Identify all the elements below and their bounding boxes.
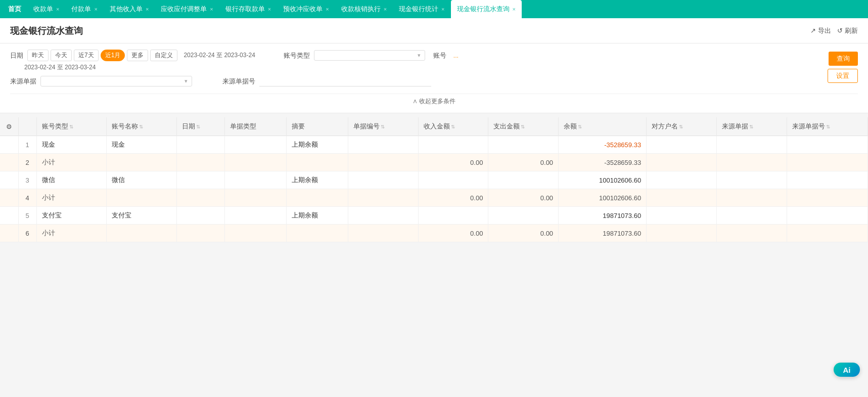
row-balance: 100102606.60 [559, 189, 647, 207]
row-date [176, 171, 224, 189]
date-btn-1month[interactable]: 近1月 [101, 50, 125, 61]
row-source-doc-no [787, 189, 867, 207]
nav-tab-verify[interactable]: 收款核销执行 × [335, 0, 393, 18]
source-doc-no-filter-group: 来源单据号 [222, 76, 431, 86]
date-filter-group: 日期 昨天 今天 近7天 近1月 更多 自定义 2023-02-24 至 202… [10, 50, 255, 61]
chevron-down-icon: ▾ [185, 78, 188, 84]
date-btn-custom[interactable]: 自定义 [150, 50, 177, 61]
table-row: 4 小计 0.00 0.00 100102606.60 [0, 189, 868, 207]
table-row: 3 微信 微信 上期余额 100102606.60 [0, 171, 868, 189]
row-number: 6 [18, 225, 36, 242]
row-counterpart [647, 225, 717, 242]
date-btn-yesterday[interactable]: 昨天 [27, 50, 49, 61]
row-source-doc-no [787, 207, 867, 225]
account-type-select[interactable]: ▾ [314, 50, 425, 61]
row-date [176, 189, 224, 207]
nav-home[interactable]: 首页 [2, 0, 27, 18]
row-counterpart [647, 136, 717, 154]
data-table-container: ⚙ 账号类型⇅ 账号名称⇅ 日期⇅ 单据类型 摘要 单据编号⇅ 收入金额⇅ 支出… [0, 117, 868, 242]
row-number: 3 [18, 171, 36, 189]
column-source-doc[interactable]: 来源单据⇅ [716, 117, 787, 136]
row-doc-no [348, 154, 419, 171]
column-account-type[interactable]: 账号类型⇅ [36, 117, 107, 136]
row-number: 1 [18, 136, 36, 154]
nav-tab-bank-deposit[interactable]: 银行存取款单 × [219, 0, 277, 18]
nav-tab-cash-flow[interactable]: 现金银行流水查询 × [451, 0, 522, 18]
row-balance: 100102606.60 [559, 171, 647, 189]
column-income[interactable]: 收入金额⇅ [418, 117, 488, 136]
column-source-doc-no[interactable]: 来源单据号⇅ [787, 117, 867, 136]
column-account-name[interactable]: 账号名称⇅ [107, 117, 177, 136]
close-icon[interactable]: × [210, 6, 213, 12]
close-icon[interactable]: × [441, 6, 444, 12]
row-doc-no [348, 171, 419, 189]
row-expense [488, 207, 559, 225]
nav-tab-adjustment[interactable]: 应收应付调整单 × [155, 0, 219, 18]
row-doc-no [348, 189, 419, 207]
row-summary [287, 154, 348, 171]
close-icon[interactable]: × [56, 6, 59, 12]
column-gear[interactable]: ⚙ [0, 117, 18, 136]
row-income: 0.00 [418, 225, 488, 242]
nav-tab-fukuan[interactable]: 付款单 × [65, 0, 103, 18]
close-icon[interactable]: × [326, 6, 329, 12]
table-header-row: ⚙ 账号类型⇅ 账号名称⇅ 日期⇅ 单据类型 摘要 单据编号⇅ 收入金额⇅ 支出… [0, 117, 868, 136]
source-doc-filter-row: 来源单据 ▾ 来源单据号 [10, 76, 819, 86]
column-doc-no[interactable]: 单据编号⇅ [348, 117, 419, 136]
row-gear-cell [0, 225, 18, 242]
close-icon[interactable]: × [384, 6, 387, 12]
column-date[interactable]: 日期⇅ [176, 117, 224, 136]
account-more-button[interactable]: ... [450, 51, 462, 60]
row-counterpart [647, 207, 717, 225]
close-icon[interactable]: × [268, 6, 271, 12]
page-title: 现金银行流水查询 [10, 25, 83, 37]
source-doc-filter-group: 来源单据 ▾ [10, 76, 192, 86]
row-expense: 0.00 [488, 154, 559, 171]
date-btn-7days[interactable]: 近7天 [74, 50, 99, 61]
filter-area: 日期 昨天 今天 近7天 近1月 更多 自定义 2023-02-24 至 202… [0, 43, 868, 113]
row-account-type: 小计 [36, 225, 107, 242]
row-source-doc-no [787, 171, 867, 189]
date-btn-more[interactable]: 更多 [127, 50, 148, 61]
row-doc-type [225, 171, 287, 189]
close-icon[interactable]: × [94, 6, 97, 12]
row-source-doc-no [787, 225, 867, 242]
column-balance[interactable]: 余额⇅ [559, 117, 647, 136]
row-income [418, 171, 488, 189]
row-account-type: 现金 [36, 136, 107, 154]
row-counterpart [647, 189, 717, 207]
row-expense: 0.00 [488, 225, 559, 242]
query-button[interactable]: 查询 [829, 52, 858, 66]
source-doc-select[interactable]: ▾ [40, 76, 192, 86]
nav-tab-cash-stats[interactable]: 现金银行统计 × [393, 0, 450, 18]
date-options: 昨天 今天 近7天 近1月 更多 自定义 [27, 50, 177, 61]
row-doc-no [348, 225, 419, 242]
table-row: 1 现金 现金 上期余额 -3528659.33 [0, 136, 868, 154]
nav-tab-shoukuan[interactable]: 收款单 × [27, 0, 65, 18]
row-number: 4 [18, 189, 36, 207]
settings-button[interactable]: 设置 [828, 69, 858, 83]
export-button[interactable]: ↗ 导出 [810, 26, 831, 35]
column-expense[interactable]: 支出金额⇅ [488, 117, 559, 136]
row-source-doc [716, 189, 787, 207]
row-expense [488, 136, 559, 154]
row-gear-cell [0, 136, 18, 154]
date-btn-today[interactable]: 今天 [51, 50, 72, 61]
close-icon[interactable]: × [513, 6, 516, 12]
nav-tab-prepay[interactable]: 预收冲应收单 × [277, 0, 335, 18]
date-range-sub: 2023-02-24 至 2023-03-24 [24, 64, 96, 71]
export-icon: ↗ [810, 27, 816, 34]
close-icon[interactable]: × [146, 6, 149, 12]
row-account-name [107, 189, 177, 207]
source-doc-no-input[interactable] [259, 76, 431, 86]
column-summary: 摘要 [287, 117, 348, 136]
row-source-doc-no [787, 154, 867, 171]
nav-tab-other-income[interactable]: 其他收入单 × [104, 0, 155, 18]
row-expense: 0.00 [488, 189, 559, 207]
refresh-button[interactable]: ↺ 刷新 [837, 26, 858, 35]
source-doc-label: 来源单据 [10, 77, 36, 86]
column-counterpart[interactable]: 对方户名⇅ [647, 117, 717, 136]
table-row: 2 小计 0.00 0.00 -3528659.33 [0, 154, 868, 171]
row-account-name [107, 225, 177, 242]
collapse-conditions-bar[interactable]: ∧ 收起更多条件 [10, 94, 858, 107]
